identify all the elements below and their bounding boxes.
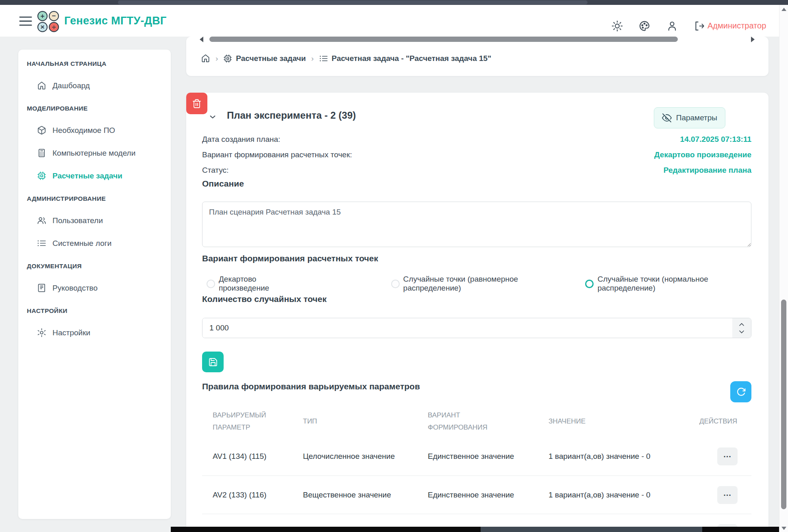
collapse-chevron-icon[interactable]: [207, 111, 218, 122]
sidebar-item-label: Дашбоард: [52, 81, 90, 90]
sidebar-item-manual[interactable]: Руководство: [27, 283, 163, 293]
meta-value-created-date: 14.07.2025 07:13:11: [680, 135, 751, 144]
app-header: + − × ÷ Генезис МГТУ-ДВГ Администратор: [0, 5, 788, 37]
table-row: AV2 (133) (116) Вещественное значение Ед…: [202, 476, 751, 514]
meta-row-created: Дата создания плана: 14.07.2025 07:13:11: [202, 135, 751, 144]
sidebar-section-modeling: МОДЕЛИРОВАНИЕ: [27, 105, 163, 112]
radio-circle-icon[interactable]: [391, 280, 400, 288]
logo-divide-circle: ÷: [49, 22, 59, 32]
window-top-scrollbar[interactable]: [0, 0, 788, 5]
chevron-down-icon[interactable]: [739, 330, 744, 334]
bottom-scrollbar[interactable]: [171, 527, 779, 532]
meta-row-variant: Вариант формирования расчетных точек: Де…: [202, 150, 751, 159]
logo-multiply-circle: ×: [37, 22, 48, 32]
radio-cartesian[interactable]: Декартово произведение: [207, 275, 300, 293]
theme-sun-icon[interactable]: [612, 20, 623, 32]
meta-value-status: Редактирование плана: [664, 166, 751, 175]
vertical-scrollbar-thumb[interactable]: [781, 300, 786, 509]
radio-circle-icon[interactable]: [585, 280, 594, 288]
variant-radio-group: Декартово произведение Случайные точки (…: [202, 275, 751, 293]
calculator-icon: [37, 148, 46, 158]
sidebar-section-home: НАЧАЛЬНАЯ СТРАНИЦА: [27, 60, 163, 67]
radio-uniform-random[interactable]: Случайные точки (равномерное распределен…: [391, 275, 561, 293]
sidebar-item-dashboard[interactable]: Дашбоард: [27, 81, 163, 90]
sidebar-item-users[interactable]: Пользователи: [27, 216, 163, 225]
sidebar-item-label: Системные логи: [52, 239, 111, 248]
row-actions-button[interactable]: ...: [717, 447, 738, 465]
list-icon: [319, 54, 328, 63]
breadcrumb-home[interactable]: [201, 54, 210, 63]
points-count-field: [202, 318, 751, 338]
sidebar-item-calculation-tasks[interactable]: Расчетные задачи: [27, 171, 163, 180]
radio-circle-icon[interactable]: [207, 280, 215, 288]
refresh-rules-button[interactable]: [730, 381, 751, 402]
meta-value-variant: Декартово произведение: [654, 150, 751, 159]
meta-row-status: Статус: Редактирование плана: [202, 166, 751, 175]
delete-plan-button[interactable]: [186, 93, 207, 114]
sidebar-item-required-software[interactable]: Необходимое ПО: [27, 126, 163, 135]
app-logo: + − × ÷: [37, 11, 60, 32]
sidebar-item-system-logs[interactable]: Системные логи: [27, 239, 163, 248]
description-textarea[interactable]: План сценария Расчетная задача 15: [202, 202, 751, 247]
logout-icon[interactable]: [693, 20, 705, 32]
user-profile-icon[interactable]: [666, 20, 678, 32]
hscroll-right-arrow-icon[interactable]: [751, 37, 755, 42]
list-icon: [37, 239, 46, 248]
cpu-icon: [223, 54, 232, 63]
horizontal-scrollbar-thumb[interactable]: [209, 37, 678, 42]
sidebar-item-label: Пользователи: [52, 216, 103, 225]
col-header-value: ЗНАЧЕНИЕ: [549, 415, 699, 428]
logo-plus-circle: +: [37, 11, 48, 21]
breadcrumb-label: Расчетные задачи: [236, 54, 306, 63]
hamburger-menu-icon[interactable]: [19, 16, 33, 26]
sidebar-item-settings[interactable]: Настройки: [27, 328, 163, 337]
cell-parameter: AV2 (133) (116): [202, 491, 303, 499]
bottom-scrollbar-thumb[interactable]: [481, 527, 702, 532]
book-icon: [37, 283, 46, 293]
hscroll-left-arrow-icon[interactable]: [200, 37, 203, 42]
radio-normal-random[interactable]: Случайные точки (нормальное распределени…: [585, 275, 751, 293]
col-header-type: ТИП: [303, 415, 428, 428]
home-icon: [201, 54, 210, 63]
rules-table: ВАРЬИРУЕМЫЙ ПАРАМЕТР ТИП ВАРИАНТ ФОРМИРО…: [202, 406, 751, 532]
points-count-heading: Количество случайных точек: [202, 294, 327, 304]
gear-icon: [37, 328, 46, 337]
home-icon: [37, 81, 46, 90]
scroll-down-arrow-icon[interactable]: [781, 527, 786, 530]
number-stepper[interactable]: [732, 318, 751, 338]
user-role-label[interactable]: Администратор: [707, 21, 766, 30]
sidebar-item-label: Настройки: [52, 328, 90, 337]
sidebar-item-label: Необходимое ПО: [52, 126, 115, 135]
rules-heading: Правила формирования варьируемых парамет…: [202, 382, 420, 391]
plan-title: План эксперимента - 2 (39): [227, 110, 356, 121]
rules-table-header: ВАРЬИРУЕМЫЙ ПАРАМЕТР ТИП ВАРИАНТ ФОРМИРО…: [202, 406, 751, 437]
points-count-input[interactable]: [202, 318, 732, 338]
vertical-scrollbar[interactable]: [779, 5, 788, 532]
radio-label: Декартово произведение: [219, 275, 300, 293]
sidebar-item-label: Компьютерные модели: [52, 149, 135, 158]
breadcrumb-separator-icon: ›: [311, 54, 313, 63]
chevron-up-icon[interactable]: [739, 323, 744, 326]
refresh-icon: [736, 387, 746, 397]
parameters-button[interactable]: Параметры: [654, 107, 725, 128]
palette-icon[interactable]: [639, 20, 650, 32]
breadcrumb-current-task[interactable]: Расчетная задача - "Расчетная задача 15": [319, 54, 492, 63]
meta-label: Вариант формирования расчетных точек:: [202, 150, 352, 159]
breadcrumb: › Расчетные задачи › Расчетная задача - …: [201, 54, 491, 63]
floppy-save-icon: [208, 357, 218, 367]
window-top-scrollbar-thumb[interactable]: [118, 0, 588, 4]
sidebar: НАЧАЛЬНАЯ СТРАНИЦА Дашбоард МОДЕЛИРОВАНИ…: [18, 50, 171, 519]
meta-label: Статус:: [202, 166, 229, 175]
radio-label: Случайные точки (равномерное распределен…: [403, 275, 561, 293]
cell-value: 1 вариант(а,ов) значение - 0: [549, 452, 699, 461]
experiment-plan-card: План эксперимента - 2 (39) Параметры Дат…: [186, 93, 768, 532]
cell-variant: Единственное значение: [428, 452, 549, 461]
scroll-up-arrow-icon[interactable]: [781, 8, 786, 11]
save-button[interactable]: [202, 352, 224, 372]
sidebar-section-documentation: ДОКУМЕНТАЦИЯ: [27, 263, 163, 270]
sidebar-item-computer-models[interactable]: Компьютерные модели: [27, 148, 163, 158]
breadcrumb-calculation-tasks[interactable]: Расчетные задачи: [223, 54, 306, 63]
col-header-variant: ВАРИАНТ ФОРМИРОВАНИЯ: [428, 409, 549, 434]
sidebar-item-label: Расчетные задачи: [52, 172, 122, 180]
row-actions-button[interactable]: ...: [717, 486, 738, 504]
